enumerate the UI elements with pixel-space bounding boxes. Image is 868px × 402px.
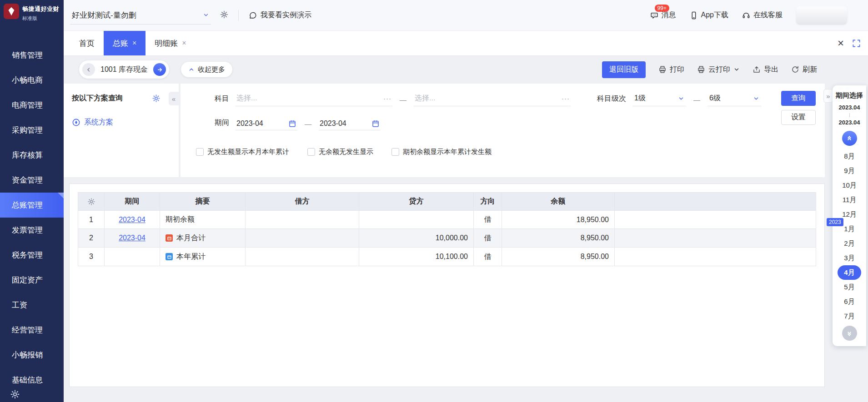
- checkbox-icon[interactable]: [307, 148, 315, 156]
- subject-from-picker-icon[interactable]: ···: [383, 94, 391, 102]
- checkbox-icon[interactable]: [196, 148, 204, 156]
- divider: [849, 113, 850, 117]
- subject-to-input[interactable]: 选择... ···: [414, 94, 571, 106]
- subject-from-input[interactable]: 选择... ···: [236, 94, 392, 106]
- prev-account-button[interactable]: [82, 63, 95, 76]
- online-service-button[interactable]: 在线客服: [742, 10, 783, 20]
- close-icon[interactable]: ×: [182, 39, 186, 47]
- refresh-button[interactable]: 刷新: [791, 65, 817, 74]
- row-number: 2: [78, 229, 105, 248]
- chevron-down-icon: [203, 12, 209, 18]
- sidebar-item-sales[interactable]: 销售管理: [0, 43, 64, 68]
- period-panel-title: 期间选择: [836, 91, 863, 100]
- message-icon: [650, 11, 658, 20]
- period-to-input[interactable]: 2023-04: [319, 119, 381, 130]
- header-period: 期间: [105, 193, 160, 211]
- sidebar-gear-icon[interactable]: [10, 389, 20, 401]
- checkbox-opening-balance[interactable]: 期初余额显示本年累计发生额: [391, 148, 492, 156]
- debit-cell: [246, 248, 359, 266]
- next-account-button[interactable]: [153, 63, 166, 76]
- checkbox-no-activity[interactable]: 无发生额显示本月本年累计: [196, 148, 289, 156]
- sidebar-item-payroll[interactable]: 工资: [0, 293, 64, 318]
- month-item[interactable]: 11月: [838, 193, 861, 207]
- close-page-icon[interactable]: ×: [838, 38, 844, 49]
- collapse-panel-icon[interactable]: «: [169, 92, 179, 105]
- sidebar-item-ecommerce[interactable]: 电商管理: [0, 93, 64, 118]
- account-label[interactable]: 1001 库存现金: [100, 65, 148, 74]
- gear-icon[interactable]: [84, 198, 99, 206]
- sidebar-item-tax[interactable]: 税务管理: [0, 243, 64, 268]
- balance-cell: 18,950.00: [502, 211, 615, 229]
- cloud-printer-icon: [697, 65, 705, 74]
- tab-detail-ledger[interactable]: 明细账 ×: [146, 31, 195, 55]
- tabbar: 首页 总账 × 明细账 × ×: [64, 31, 868, 55]
- close-icon[interactable]: ×: [132, 39, 136, 47]
- tab-detail-ledger-label: 明细账: [155, 38, 178, 49]
- system-scheme-link[interactable]: 系统方案: [64, 118, 179, 127]
- app-download-button[interactable]: App下载: [690, 10, 728, 20]
- sidebar-item-xiaochang-ecommerce[interactable]: 小畅电商: [0, 68, 64, 93]
- year-badge: 2023: [827, 218, 843, 226]
- tab-general-ledger[interactable]: 总账 ×: [104, 31, 146, 55]
- app-root: 畅捷通好业财 标准版 销售管理 小畅电商 电商管理 采购管理 库存核算 资金管理…: [0, 0, 868, 402]
- cloud-print-button[interactable]: 云打印: [697, 65, 740, 74]
- column-settings-header[interactable]: [78, 193, 105, 211]
- scroll-down-button[interactable]: [842, 326, 857, 341]
- credit-cell: [359, 211, 474, 229]
- sidebar-item-operation[interactable]: 经营管理: [0, 318, 64, 342]
- demo-label: 我要看实例演示: [261, 10, 311, 20]
- level-to-select[interactable]: 6级: [707, 94, 761, 106]
- month-item[interactable]: 2月: [838, 236, 861, 251]
- scheme-gear-icon[interactable]: [152, 94, 161, 103]
- app-logo: 畅捷通好业财 标准版: [0, 0, 64, 30]
- period-panel-handle[interactable]: »: [823, 89, 833, 103]
- month-item[interactable]: 10月: [838, 178, 861, 193]
- print-button[interactable]: 打印: [658, 65, 684, 74]
- month-item-selected[interactable]: 4月: [838, 265, 861, 280]
- month-item[interactable]: 9月: [838, 164, 861, 178]
- checkbox-no-activity-label: 无发生额显示本月本年累计: [207, 148, 289, 156]
- sidebar-item-purchase[interactable]: 采购管理: [0, 118, 64, 143]
- settings-button[interactable]: 设置: [781, 110, 816, 125]
- month-item[interactable]: 5月: [838, 280, 861, 294]
- settings-gear-icon[interactable]: [220, 10, 228, 20]
- export-button[interactable]: 导出: [753, 65, 778, 74]
- back-to-old-version-button[interactable]: 退回旧版: [602, 61, 646, 78]
- checkbox-no-balance[interactable]: 无余额无发生显示: [307, 148, 373, 156]
- row-number: 1: [78, 211, 105, 229]
- fullscreen-icon[interactable]: [852, 39, 861, 48]
- user-avatar[interactable]: [796, 6, 847, 25]
- messages-button[interactable]: 99+ 消息: [650, 10, 676, 20]
- sidebar-item-funds[interactable]: 资金管理: [0, 168, 64, 193]
- collapse-more-button[interactable]: 收起更多: [181, 62, 232, 77]
- subject-to-picker-icon[interactable]: ···: [562, 94, 570, 102]
- chevron-down-icon: [753, 95, 759, 102]
- checkbox-icon[interactable]: [391, 148, 399, 156]
- month-item[interactable]: 7月: [838, 309, 861, 323]
- period-from-input[interactable]: 2023-04: [236, 119, 297, 130]
- scroll-up-button[interactable]: [842, 131, 857, 146]
- month-item[interactable]: 6月: [838, 294, 861, 309]
- sidebar-item-basic-info[interactable]: 基础信息: [0, 367, 64, 392]
- query-button[interactable]: 查询: [781, 91, 816, 106]
- period-to: 2023.04: [839, 119, 860, 126]
- month-item[interactable]: 8月: [838, 149, 861, 164]
- demo-link[interactable]: 我要看实例演示: [249, 10, 311, 20]
- direction-cell: 借: [474, 229, 502, 248]
- period-link[interactable]: 2023-04: [119, 216, 146, 223]
- sidebar-item-invoice[interactable]: 发票管理: [0, 218, 64, 243]
- level-from-select[interactable]: 1级: [632, 94, 686, 106]
- period-link[interactable]: 2023-04: [119, 234, 146, 242]
- messages-badge: 99+: [655, 5, 669, 12]
- sidebar-item-general-ledger[interactable]: 总账管理: [0, 193, 64, 218]
- messages-label: 消息: [662, 10, 676, 20]
- sidebar: 畅捷通好业财 标准版 销售管理 小畅电商 电商管理 采购管理 库存核算 资金管理…: [0, 0, 64, 402]
- sidebar-item-inventory[interactable]: 库存核算: [0, 143, 64, 168]
- sidebar-item-expense[interactable]: 小畅报销: [0, 342, 64, 367]
- company-selector[interactable]: 好业财测试-量勿删: [70, 6, 211, 25]
- row-number: 3: [78, 248, 105, 266]
- month-item[interactable]: 3月: [838, 251, 861, 265]
- print-label: 打印: [670, 65, 684, 74]
- sidebar-item-fixed-assets[interactable]: 固定资产: [0, 268, 64, 293]
- tab-home[interactable]: 首页: [70, 31, 104, 55]
